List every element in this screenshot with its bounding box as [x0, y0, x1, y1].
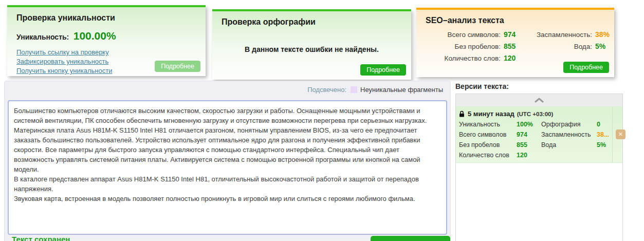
versions-panel: 5 минут назад (UTC +03:00) Уникальность …	[455, 94, 623, 241]
version-stat-label	[541, 152, 597, 159]
highlight-swatch	[351, 86, 357, 93]
highlight-legend-text: Неуникальные фрагменты	[360, 86, 443, 94]
version-stat-label: Уникальность	[459, 121, 517, 128]
text-saved-status: Текст сохранен	[12, 235, 70, 241]
version-stat-label: Вода	[541, 141, 597, 149]
uniqueness-metric-label: Уникальность:	[16, 33, 69, 41]
seo-stat-label: Без пробелов:	[455, 43, 501, 50]
lock-icon	[459, 110, 465, 117]
seo-stat-word-count: Количество слов: 120	[418, 54, 521, 62]
seo-stat-no-spaces: Без пробелов: 855	[418, 42, 521, 50]
version-entry-side: ✕	[612, 106, 628, 162]
uniqueness-metric: Уникальность: 100.00%	[7, 23, 206, 42]
version-stat-value: 5%	[597, 141, 609, 149]
seo-stat-value: 120	[504, 54, 521, 62]
uniqueness-panel: Проверка уникальности Уникальность: 100.…	[7, 5, 206, 76]
get-check-link[interactable]: Получить ссылку на проверку	[16, 48, 196, 56]
version-stat-label: Орфография	[541, 121, 597, 128]
version-stats-grid: Уникальность 100% Орфография 0 Всего сим…	[459, 121, 609, 159]
version-time: 5 минут назад	[468, 110, 514, 118]
seo-stat-label: Всего символов:	[448, 31, 501, 39]
spelling-panel-title: Проверка орфографии	[212, 11, 411, 27]
version-stat-value: 38...	[597, 131, 609, 138]
chevron-up-icon	[535, 98, 544, 103]
uniqueness-metric-value: 100.00%	[73, 30, 116, 42]
version-timezone: (UTC +03:00)	[517, 111, 554, 117]
version-stat-value: 974	[517, 131, 541, 138]
version-entry[interactable]: 5 минут назад (UTC +03:00) Уникальность …	[456, 106, 622, 163]
seo-stats-left: Всего символов: 974 Без пробелов: 855 Ко…	[418, 30, 521, 66]
version-stat-label: Без пробелов	[459, 141, 517, 149]
seo-stat-label: Количество слов:	[445, 54, 501, 62]
version-stat-label: Всего символов	[459, 131, 517, 138]
versions-title: Версии текста:	[455, 82, 509, 90]
delete-version-button[interactable]: ✕	[616, 129, 625, 139]
seo-stat-label: Заспамленность:	[537, 31, 592, 39]
seo-stat-total-chars: Всего символов: 974	[418, 30, 521, 39]
editor-container: Подсвечено: Неуникальные фрагменты Больш…	[4, 81, 451, 241]
seo-panel: SEO–анализ текста Всего символов: 974 Бе…	[416, 8, 614, 77]
spelling-result-message: В данном тексте ошибки не найдены.	[212, 45, 411, 53]
seo-stat-water: Вода: 5%	[530, 42, 613, 50]
highlight-legend: Подсвечено: Неуникальные фрагменты	[307, 86, 443, 94]
highlight-legend-label: Подсвечено:	[307, 86, 346, 94]
uniqueness-panel-title: Проверка уникальности	[7, 7, 206, 23]
version-entry-header: 5 минут назад (UTC +03:00)	[459, 110, 609, 118]
seo-stats: Всего символов: 974 Без пробелов: 855 Ко…	[416, 25, 614, 66]
version-stat-value: 855	[517, 141, 541, 149]
version-stat-label: Заспамленность	[541, 131, 597, 138]
seo-details-button[interactable]: Подробнее	[563, 62, 609, 73]
check-uniqueness-button[interactable]	[371, 236, 450, 241]
version-stat-value: 0	[597, 121, 609, 128]
version-stat-value: 120	[517, 152, 541, 159]
seo-stat-value: 855	[504, 42, 521, 50]
version-stat-value: 100%	[517, 121, 541, 128]
version-stat-value	[597, 152, 609, 159]
version-entry-main: 5 минут назад (UTC +03:00) Уникальность …	[456, 106, 612, 162]
uniqueness-details-button[interactable]: Подробнее	[155, 61, 200, 72]
seo-panel-title: SEO–анализ текста	[416, 10, 614, 25]
text-input-area[interactable]: Большинство компьютеров отличаются высок…	[8, 100, 447, 235]
seo-stat-value: 974	[504, 30, 521, 39]
seo-stat-label: Вода:	[574, 43, 592, 50]
spelling-details-button[interactable]: Подробнее	[360, 64, 406, 76]
seo-stat-spam: Заспамленность: 38%	[530, 30, 613, 39]
version-stat-label: Количество слов	[459, 152, 517, 159]
seo-stats-right: Заспамленность: 38% Вода: 5%	[530, 30, 613, 66]
spelling-panel: Проверка орфографии В данном тексте ошиб…	[212, 9, 411, 80]
seo-stat-value: 5%	[595, 42, 613, 50]
seo-stat-value: 38%	[595, 30, 613, 39]
versions-collapse-bar[interactable]	[456, 94, 622, 106]
